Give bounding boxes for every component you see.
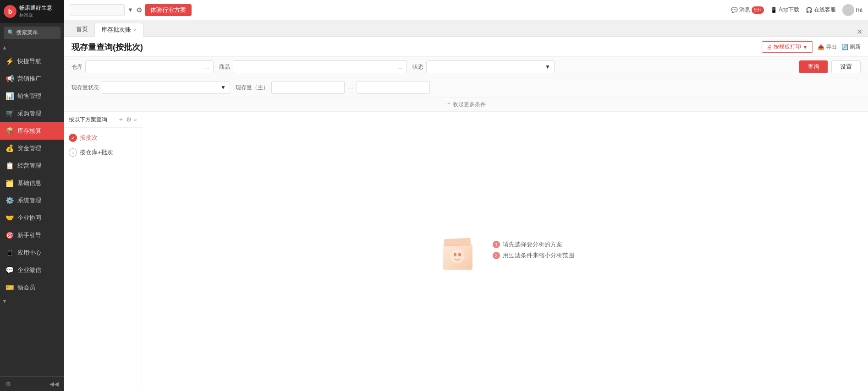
app-download-item[interactable]: 📱 App下载 bbox=[770, 6, 799, 14]
settings-footer-button[interactable]: ⚙ bbox=[5, 380, 11, 387]
svg-rect-1 bbox=[444, 238, 471, 246]
search-menu-label: 搜索菜单 bbox=[16, 29, 38, 37]
scroll-up-button[interactable]: ▲ bbox=[0, 43, 9, 53]
sidebar: b 畅康通好生意 标准版 🔍 搜索菜单 ▲ ⚡ 快捷导航 📢 营销推广 📊 销售… bbox=[0, 0, 64, 391]
settings-button[interactable]: 设置 bbox=[831, 60, 861, 73]
svg-point-4 bbox=[458, 253, 461, 256]
messages-item[interactable]: 💬 消息 99+ bbox=[731, 6, 764, 14]
svg-point-2 bbox=[450, 249, 465, 263]
sidebar-footer: ⚙ ◀◀ bbox=[0, 376, 64, 391]
sidebar-item-operations[interactable]: 📋 经营管理 bbox=[0, 157, 64, 174]
sidebar-item-label: 畅会员 bbox=[17, 283, 35, 292]
warehouse-select[interactable]: ... bbox=[85, 60, 214, 73]
warehouse-filter: 仓库 ... bbox=[71, 60, 214, 73]
sidebar-item-label: 系统管理 bbox=[17, 196, 41, 205]
message-icon: 💬 bbox=[731, 7, 738, 13]
inventory-icon: 📦 bbox=[5, 127, 14, 135]
warehouse-dots[interactable]: ... bbox=[204, 63, 209, 71]
sidebar-item-enterprise[interactable]: 🤝 企业协同 bbox=[0, 209, 64, 227]
newbie-icon: 🎯 bbox=[5, 231, 14, 239]
step-1-text: 请先选择要分析的方案 bbox=[503, 240, 562, 249]
product-select[interactable]: ... bbox=[233, 60, 407, 73]
refresh-button[interactable]: 🔄 刷新 bbox=[841, 43, 861, 51]
scroll-down-button[interactable]: ▼ bbox=[0, 296, 9, 306]
vip-icon: 🎫 bbox=[5, 283, 14, 292]
sidebar-item-enterprise-wechat[interactable]: 💬 企业微信 bbox=[0, 261, 64, 279]
tab-inventory-batch-label: 库存批次账 bbox=[101, 26, 131, 34]
sidebar-item-purchase[interactable]: 🛒 采购管理 bbox=[0, 105, 64, 122]
sidebar-item-label: 销售管理 bbox=[17, 92, 41, 100]
step-1-number: 1 bbox=[493, 241, 500, 248]
sidebar-header: b 畅康通好生意 标准版 bbox=[0, 0, 64, 23]
empty-box-svg bbox=[436, 228, 482, 274]
sidebar-search-area[interactable]: 🔍 搜索菜单 bbox=[0, 23, 64, 43]
finance-icon: 💰 bbox=[5, 144, 14, 152]
stock-qty-min-input[interactable] bbox=[271, 81, 345, 94]
add-scheme-button[interactable]: ＋ bbox=[118, 115, 124, 124]
tab-home-label: 首页 bbox=[76, 25, 88, 33]
action-buttons: 查询 设置 bbox=[799, 60, 861, 73]
tab-inventory-batch[interactable]: 库存批次账 × bbox=[94, 23, 143, 37]
online-service-item[interactable]: 🎧 在线客服 bbox=[806, 6, 836, 14]
sidebar-item-label: 新手引导 bbox=[17, 231, 41, 239]
purchase-icon: 🛒 bbox=[5, 109, 14, 118]
online-service-label: 在线客服 bbox=[814, 6, 836, 14]
scheme-icon-batch: ✓ bbox=[69, 134, 77, 142]
headset-icon: 🎧 bbox=[806, 7, 813, 13]
sidebar-item-quick-nav[interactable]: ⚡ 快捷导航 bbox=[0, 53, 64, 70]
svg-point-3 bbox=[454, 253, 456, 256]
sidebar-item-app-center[interactable]: 📱 应用中心 bbox=[0, 244, 64, 261]
nav-menu: ⚡ 快捷导航 📢 营销推广 📊 销售管理 🛒 采购管理 📦 库存核算 💰 bbox=[0, 53, 64, 296]
warehouse-label: 仓库 bbox=[71, 63, 82, 71]
scheme-item-warehouse-batch[interactable]: ○ 按仓库+批次 bbox=[64, 145, 142, 160]
tab-home[interactable]: 首页 bbox=[70, 22, 94, 36]
topbar-search-input[interactable] bbox=[70, 4, 125, 16]
sidebar-item-finance[interactable]: 💰 资金管理 bbox=[0, 140, 64, 157]
sidebar-item-sales[interactable]: 📊 销售管理 bbox=[0, 87, 64, 105]
collapse-scheme-button[interactable]: « bbox=[134, 115, 137, 124]
messages-badge: 99+ bbox=[752, 6, 764, 14]
sidebar-item-marketing[interactable]: 📢 营销推广 bbox=[0, 70, 64, 87]
topbar-gear-button[interactable]: ⚙ bbox=[136, 6, 142, 14]
product-label: 商品 bbox=[219, 63, 230, 71]
system-icon: ⚙️ bbox=[5, 196, 14, 205]
scheme-header: 按以下方案查询 ＋ ⚙ « bbox=[64, 112, 142, 128]
query-button[interactable]: 查询 bbox=[799, 60, 828, 73]
sidebar-item-label: 经营管理 bbox=[17, 162, 41, 170]
status-select[interactable]: ▼ bbox=[426, 60, 555, 73]
template-print-button[interactable]: 🖨 按模板打印 ▼ bbox=[762, 41, 813, 53]
experience-btn[interactable]: 体验行业方案 bbox=[145, 4, 192, 16]
close-panel-button[interactable]: ✕ bbox=[857, 27, 863, 36]
stock-qty-max-input[interactable] bbox=[357, 81, 430, 94]
scheme-item-batch[interactable]: ✓ 按批次 bbox=[64, 130, 142, 145]
sidebar-nav: ▲ ⚡ 快捷导航 📢 营销推广 📊 销售管理 🛒 采购管理 📦 库存核算 bbox=[0, 43, 64, 376]
collapse-sidebar-button[interactable]: ◀◀ bbox=[49, 380, 59, 387]
enterprise-icon: 🤝 bbox=[5, 214, 14, 222]
empty-step-2: 2 用过滤条件来缩小分析范围 bbox=[493, 251, 574, 260]
collapse-filter-button[interactable]: ⌃ 收起更多条件 bbox=[64, 98, 868, 111]
scheme-list: ✓ 按批次 ○ 按仓库+批次 bbox=[64, 128, 142, 163]
messages-label: 消息 bbox=[739, 6, 750, 14]
search-menu-box[interactable]: 🔍 搜索菜单 bbox=[4, 27, 60, 39]
settings-scheme-button[interactable]: ⚙ bbox=[126, 115, 132, 124]
app-download-label: App下载 bbox=[779, 6, 799, 14]
stock-status-select[interactable]: ▼ bbox=[102, 81, 230, 94]
topbar-dropdown-button[interactable]: ▼ bbox=[127, 6, 133, 13]
scheme-header-actions: ＋ ⚙ « bbox=[118, 115, 137, 124]
status-filter: 状态 ▼ bbox=[412, 60, 555, 73]
sidebar-item-label: 库存核算 bbox=[17, 127, 41, 135]
user-menu[interactable]: Rit bbox=[842, 4, 863, 16]
scheme-panel: 按以下方案查询 ＋ ⚙ « ✓ 按批次 ○ 按仓库+批次 bbox=[64, 112, 142, 391]
sidebar-item-label: 基础信息 bbox=[17, 179, 41, 187]
quick-nav-icon: ⚡ bbox=[5, 57, 14, 65]
sidebar-item-basic[interactable]: 🗂️ 基础信息 bbox=[0, 174, 64, 192]
product-dots[interactable]: ... bbox=[397, 63, 403, 71]
sidebar-item-system[interactable]: ⚙️ 系统管理 bbox=[0, 192, 64, 209]
tab-close-button[interactable]: × bbox=[134, 27, 137, 33]
step-2-text: 用过滤条件来缩小分析范围 bbox=[503, 251, 574, 260]
sidebar-item-inventory[interactable]: 📦 库存核算 bbox=[0, 122, 64, 140]
export-button[interactable]: 📤 导出 bbox=[818, 43, 837, 51]
topbar-right: 💬 消息 99+ 📱 App下载 🎧 在线客服 Rit bbox=[731, 4, 863, 16]
sidebar-item-vip[interactable]: 🎫 畅会员 bbox=[0, 279, 64, 296]
sidebar-item-newbie[interactable]: 🎯 新手引导 bbox=[0, 227, 64, 244]
